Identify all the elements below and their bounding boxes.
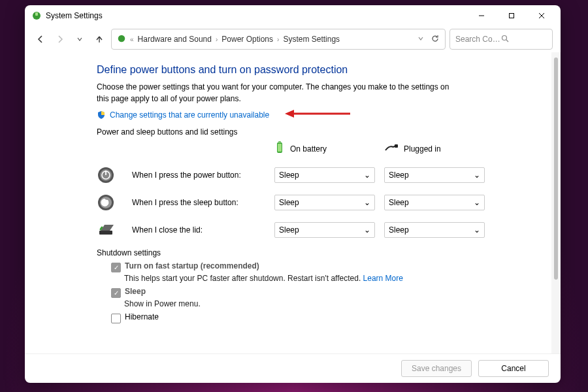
svg-rect-20 <box>99 231 112 235</box>
lid-plugged-select[interactable]: Sleep⌄ <box>384 222 485 238</box>
fast-startup-checkbox: ✓ <box>111 263 121 272</box>
svg-rect-1 <box>35 12 38 16</box>
chevron-down-icon: ⌄ <box>364 225 370 235</box>
fast-startup-label: Turn on fast startup (recommended) <box>125 261 259 270</box>
svg-point-7 <box>502 35 507 40</box>
power-button-battery-select[interactable]: Sleep⌄ <box>274 167 375 183</box>
power-button-plugged-select[interactable]: Sleep⌄ <box>384 167 485 183</box>
maximize-button[interactable] <box>497 5 527 26</box>
row-label: When I close the lid: <box>132 225 263 235</box>
svg-rect-11 <box>278 141 281 143</box>
window-title: System Settings <box>46 11 103 20</box>
footer: Save changes Cancel <box>25 353 561 383</box>
sleep-label: Sleep <box>125 287 146 296</box>
cp-icon <box>117 34 126 45</box>
breadcrumb-item[interactable]: Hardware and Sound <box>138 35 212 44</box>
fast-startup-description: This helps start your PC faster after sh… <box>124 274 528 283</box>
close-button[interactable] <box>527 5 557 26</box>
chevron-down-icon: ⌄ <box>364 171 370 180</box>
learn-more-link[interactable]: Learn More <box>363 274 403 283</box>
column-header-plugged: Plugged in <box>384 143 482 154</box>
titlebar: System Settings <box>25 5 561 26</box>
battery-icon <box>274 140 285 157</box>
change-settings-link[interactable]: Change settings that are currently unava… <box>110 110 269 120</box>
navbar: « Hardware and Sound › Power Options › S… <box>25 26 561 52</box>
page-description: Choose the power settings that you want … <box>97 81 463 105</box>
annotation-arrow-icon <box>285 108 350 121</box>
up-button[interactable] <box>91 31 107 47</box>
svg-rect-13 <box>395 144 398 148</box>
sleep-description: Show in Power menu. <box>124 299 528 308</box>
forward-button[interactable] <box>52 31 68 47</box>
chevron-down-icon: ⌄ <box>364 198 370 207</box>
chevron-down-icon: ⌄ <box>474 198 480 207</box>
sleep-button-icon <box>97 193 115 212</box>
breadcrumb-separator: « <box>130 36 134 43</box>
plug-icon <box>384 143 399 154</box>
column-header-battery: On battery <box>274 140 372 157</box>
row-label: When I press the power button: <box>132 171 263 180</box>
chevron-down-icon[interactable] <box>417 35 424 44</box>
power-button-icon <box>97 166 115 184</box>
search-input[interactable]: Search Control P… <box>449 29 553 50</box>
breadcrumb-item[interactable]: Power Options <box>221 35 273 44</box>
breadcrumb-item[interactable]: System Settings <box>283 35 340 44</box>
back-button[interactable] <box>33 31 48 47</box>
app-icon <box>31 10 42 21</box>
row-label: When I press the sleep button: <box>132 198 263 207</box>
window: System Settings « Hardware and Sound › P… <box>25 5 561 383</box>
svg-point-6 <box>118 35 125 42</box>
chevron-down-icon: ⌄ <box>474 225 480 235</box>
content: Define power buttons and turn on passwor… <box>25 52 551 353</box>
recent-dropdown[interactable] <box>72 31 88 47</box>
chevron-right-icon: › <box>277 36 279 43</box>
svg-line-8 <box>506 40 508 42</box>
save-button[interactable]: Save changes <box>401 360 472 377</box>
hibernate-checkbox <box>111 314 121 323</box>
lid-battery-select[interactable]: Sleep⌄ <box>274 222 375 238</box>
sleep-button-battery-select[interactable]: Sleep⌄ <box>274 195 375 210</box>
chevron-right-icon: › <box>216 36 218 43</box>
minimize-button[interactable] <box>466 5 497 26</box>
chevron-down-icon: ⌄ <box>474 171 480 180</box>
sleep-checkbox: ✓ <box>111 288 121 298</box>
section-label: Power and sleep buttons and lid settings <box>97 127 528 137</box>
svg-rect-3 <box>510 14 514 18</box>
cancel-button[interactable]: Cancel <box>478 360 549 377</box>
page-heading: Define power buttons and turn on passwor… <box>97 64 528 76</box>
svg-rect-12 <box>278 144 282 152</box>
address-bar[interactable]: « Hardware and Sound › Power Options › S… <box>111 29 446 50</box>
scrollbar-thumb[interactable] <box>554 57 558 280</box>
refresh-button[interactable] <box>431 34 440 45</box>
search-icon <box>501 35 547 44</box>
section-label: Shutdown settings <box>97 248 528 257</box>
shield-icon <box>97 110 106 120</box>
sleep-button-plugged-select[interactable]: Sleep⌄ <box>384 195 485 210</box>
hibernate-label: Hibernate <box>125 312 159 321</box>
scrollbar[interactable] <box>551 52 561 353</box>
lid-icon <box>97 221 115 239</box>
search-placeholder: Search Control P… <box>455 35 501 44</box>
